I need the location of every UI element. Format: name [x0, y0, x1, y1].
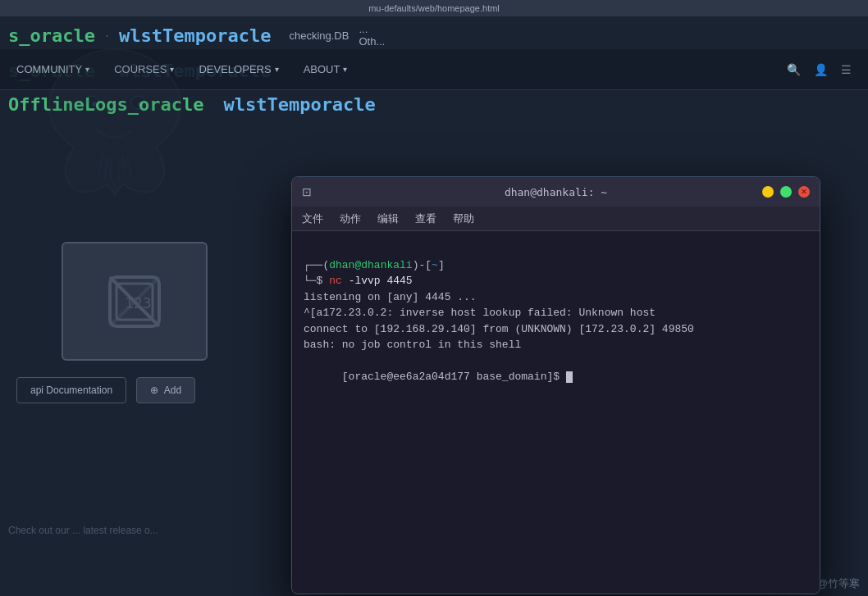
- terminal-titlebar: ⊡ dhan@dhankali: ~ ✕: [292, 177, 820, 207]
- kali-logo: [33, 41, 197, 205]
- output-line-3: connect to [192.168.29.140] from (UNKNOW…: [304, 321, 808, 338]
- placeholder-image: 123: [62, 242, 208, 361]
- tag-secondary-3: wlstTemporacle: [223, 94, 375, 115]
- terminal-window-controls: ✕: [762, 186, 810, 198]
- user-icon[interactable]: 👤: [814, 63, 828, 76]
- search-icon[interactable]: 🔍: [787, 63, 801, 76]
- svg-point-2: [92, 102, 97, 107]
- menu-file[interactable]: 文件: [302, 212, 323, 226]
- menu-edit[interactable]: 编辑: [377, 212, 399, 226]
- terminal-menubar: 文件 动作 编辑 查看 帮助: [292, 207, 820, 231]
- browser-bar: mu-defaults/web/homepage.html: [0, 0, 868, 16]
- output-line-2: ^[a172.23.0.2: inverse host lookup faile…: [304, 305, 808, 321]
- output-line-4: bash: no job control in this shell: [304, 337, 808, 353]
- chevron-down-icon: ▾: [275, 65, 279, 74]
- maximize-button[interactable]: [780, 186, 792, 198]
- menu-icon[interactable]: ☰: [841, 63, 852, 76]
- svg-point-3: [138, 102, 143, 107]
- nav-about[interactable]: ABOUT ▾: [304, 63, 348, 75]
- terminal-output[interactable]: ┌──(dhan@dhankali)-[~] └─$ nc -lvvp 4445…: [292, 231, 820, 594]
- terminal-title: dhan@dhankali: ~: [505, 186, 607, 198]
- menu-action[interactable]: 动作: [340, 212, 361, 226]
- svg-point-0: [85, 96, 98, 109]
- menu-view[interactable]: 查看: [415, 212, 436, 226]
- add-icon: ⊕: [150, 384, 158, 396]
- close-icon: ✕: [798, 186, 810, 198]
- chevron-down-icon: ▾: [343, 65, 347, 74]
- terminal-cursor: [566, 371, 573, 383]
- svg-point-1: [131, 96, 144, 109]
- browser-url: mu-defaults/web/homepage.html: [7, 3, 861, 13]
- minimize-button[interactable]: [762, 186, 774, 198]
- prompt-line: ┌──(dhan@dhankali)-[~]: [304, 241, 808, 273]
- menu-help[interactable]: 帮助: [453, 212, 474, 226]
- terminal-app-icon: ⊡: [302, 185, 312, 198]
- close-button[interactable]: ✕: [798, 186, 810, 198]
- documentation-button[interactable]: api Documentation: [16, 377, 126, 403]
- output-line-5: [oracle@ee6a2a04d177 base_domain]$: [304, 353, 808, 402]
- no-image-icon: 123: [102, 269, 167, 334]
- button-row: api Documentation ⊕ Add: [16, 377, 195, 403]
- terminal-window: ⊡ dhan@dhankali: ~ ✕ 文件 动作 编辑 查看 帮助 ┌──(…: [291, 176, 820, 594]
- command-line: └─$ nc -lvvp 4445: [304, 273, 808, 289]
- nav-developers[interactable]: DEVELOPERS ▾: [199, 63, 278, 75]
- output-line-1: listening on [any] 4445 ...: [304, 289, 808, 306]
- add-button[interactable]: ⊕ Add: [136, 377, 195, 403]
